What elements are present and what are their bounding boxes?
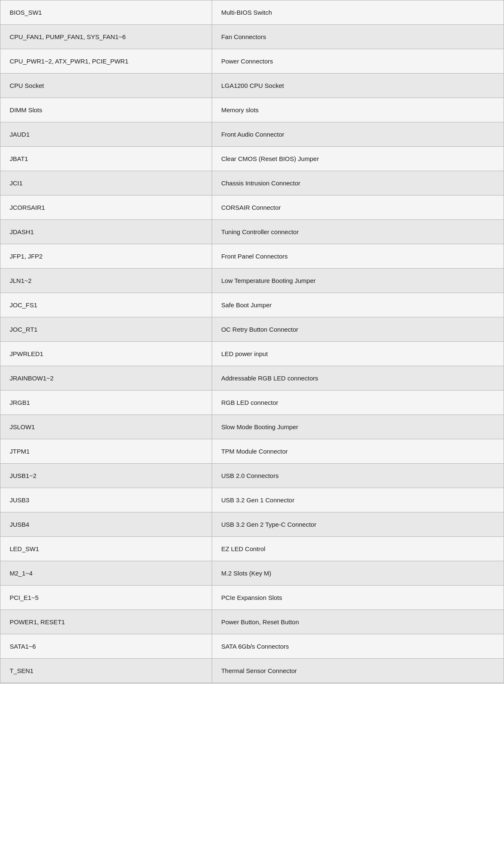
table-row: JUSB3USB 3.2 Gen 1 Connector: [0, 488, 504, 512]
component-name-cell: Memory slots: [212, 98, 504, 122]
component-id-cell: JAUD1: [0, 122, 212, 147]
component-id-cell: JOC_FS1: [0, 293, 212, 317]
component-name-cell: Slow Mode Booting Jumper: [212, 415, 504, 439]
component-id-cell: CPU_FAN1, PUMP_FAN1, SYS_FAN1~6: [0, 25, 212, 49]
table-row: BIOS_SW1Multi-BIOS Switch: [0, 0, 504, 25]
table-row: JCORSAIR1CORSAIR Connector: [0, 195, 504, 220]
component-id-cell: JTPM1: [0, 439, 212, 464]
component-id-cell: JFP1, JFP2: [0, 244, 212, 269]
table-row: JBAT1Clear CMOS (Reset BIOS) Jumper: [0, 147, 504, 171]
component-id-cell: CPU Socket: [0, 74, 212, 98]
component-id-cell: CPU_PWR1~2, ATX_PWR1, PCIE_PWR1: [0, 49, 212, 74]
component-name-cell: LGA1200 CPU Socket: [212, 74, 504, 98]
table-row: JSLOW1Slow Mode Booting Jumper: [0, 415, 504, 439]
component-name-cell: Fan Connectors: [212, 25, 504, 49]
component-name-cell: Chassis Intrusion Connector: [212, 171, 504, 195]
table-row: CPU SocketLGA1200 CPU Socket: [0, 74, 504, 98]
component-id-cell: JUSB1~2: [0, 464, 212, 488]
component-name-cell: PCIe Expansion Slots: [212, 586, 504, 610]
table-row: JFP1, JFP2Front Panel Connectors: [0, 244, 504, 269]
component-name-cell: LED power input: [212, 342, 504, 366]
component-name-cell: Low Temperature Booting Jumper: [212, 269, 504, 293]
table-row: JAUD1Front Audio Connector: [0, 122, 504, 147]
component-name-cell: Power Button, Reset Button: [212, 610, 504, 634]
component-name-cell: M.2 Slots (Key M): [212, 561, 504, 586]
table-row: JUSB4USB 3.2 Gen 2 Type-C Connector: [0, 512, 504, 537]
component-name-cell: RGB LED connector: [212, 391, 504, 415]
component-name-cell: OC Retry Button Connector: [212, 317, 504, 342]
component-name-cell: Front Audio Connector: [212, 122, 504, 147]
table-row: POWER1, RESET1Power Button, Reset Button: [0, 610, 504, 634]
table-row: JCI1Chassis Intrusion Connector: [0, 171, 504, 195]
component-name-cell: EZ LED Control: [212, 537, 504, 561]
component-name-cell: USB 3.2 Gen 1 Connector: [212, 488, 504, 512]
component-name-cell: Addressable RGB LED connectors: [212, 366, 504, 391]
table-row: PCI_E1~5PCIe Expansion Slots: [0, 586, 504, 610]
component-id-cell: SATA1~6: [0, 634, 212, 659]
table-row: SATA1~6SATA 6Gb/s Connectors: [0, 634, 504, 659]
component-id-cell: JLN1~2: [0, 269, 212, 293]
component-name-cell: USB 2.0 Connectors: [212, 464, 504, 488]
table-row: CPU_PWR1~2, ATX_PWR1, PCIE_PWR1Power Con…: [0, 49, 504, 74]
component-id-cell: BIOS_SW1: [0, 0, 212, 25]
component-id-cell: JUSB4: [0, 512, 212, 537]
component-name-cell: Safe Boot Jumper: [212, 293, 504, 317]
component-id-cell: T_SEN1: [0, 659, 212, 683]
component-id-cell: JSLOW1: [0, 415, 212, 439]
table-row: JDASH1Tuning Controller connector: [0, 220, 504, 244]
table-row: LED_SW1EZ LED Control: [0, 537, 504, 561]
table-row: M2_1~4M.2 Slots (Key M): [0, 561, 504, 586]
table-row: JRGB1RGB LED connector: [0, 391, 504, 415]
component-name-cell: Clear CMOS (Reset BIOS) Jumper: [212, 147, 504, 171]
component-table: BIOS_SW1Multi-BIOS SwitchCPU_FAN1, PUMP_…: [0, 0, 504, 684]
component-name-cell: CORSAIR Connector: [212, 195, 504, 220]
component-name-cell: TPM Module Connector: [212, 439, 504, 464]
component-name-cell: Thermal Sensor Connector: [212, 659, 504, 683]
component-id-cell: PCI_E1~5: [0, 586, 212, 610]
table-row: DIMM SlotsMemory slots: [0, 98, 504, 122]
table-row: JRAINBOW1~2Addressable RGB LED connector…: [0, 366, 504, 391]
component-id-cell: JPWRLED1: [0, 342, 212, 366]
table-row: JPWRLED1LED power input: [0, 342, 504, 366]
table-row: T_SEN1Thermal Sensor Connector: [0, 659, 504, 683]
component-name-cell: Multi-BIOS Switch: [212, 0, 504, 25]
component-id-cell: JUSB3: [0, 488, 212, 512]
component-id-cell: JRGB1: [0, 391, 212, 415]
component-name-cell: Power Connectors: [212, 49, 504, 74]
component-name-cell: USB 3.2 Gen 2 Type-C Connector: [212, 512, 504, 537]
component-id-cell: POWER1, RESET1: [0, 610, 212, 634]
table-row: CPU_FAN1, PUMP_FAN1, SYS_FAN1~6Fan Conne…: [0, 25, 504, 49]
component-name-cell: SATA 6Gb/s Connectors: [212, 634, 504, 659]
component-id-cell: DIMM Slots: [0, 98, 212, 122]
component-id-cell: M2_1~4: [0, 561, 212, 586]
table-row: JOC_RT1OC Retry Button Connector: [0, 317, 504, 342]
component-id-cell: JCI1: [0, 171, 212, 195]
component-id-cell: JOC_RT1: [0, 317, 212, 342]
component-id-cell: JRAINBOW1~2: [0, 366, 212, 391]
component-id-cell: JCORSAIR1: [0, 195, 212, 220]
table-row: JLN1~2Low Temperature Booting Jumper: [0, 269, 504, 293]
component-id-cell: LED_SW1: [0, 537, 212, 561]
table-row: JTPM1TPM Module Connector: [0, 439, 504, 464]
component-id-cell: JDASH1: [0, 220, 212, 244]
component-name-cell: Front Panel Connectors: [212, 244, 504, 269]
component-id-cell: JBAT1: [0, 147, 212, 171]
table-row: JOC_FS1Safe Boot Jumper: [0, 293, 504, 317]
component-name-cell: Tuning Controller connector: [212, 220, 504, 244]
table-row: JUSB1~2USB 2.0 Connectors: [0, 464, 504, 488]
